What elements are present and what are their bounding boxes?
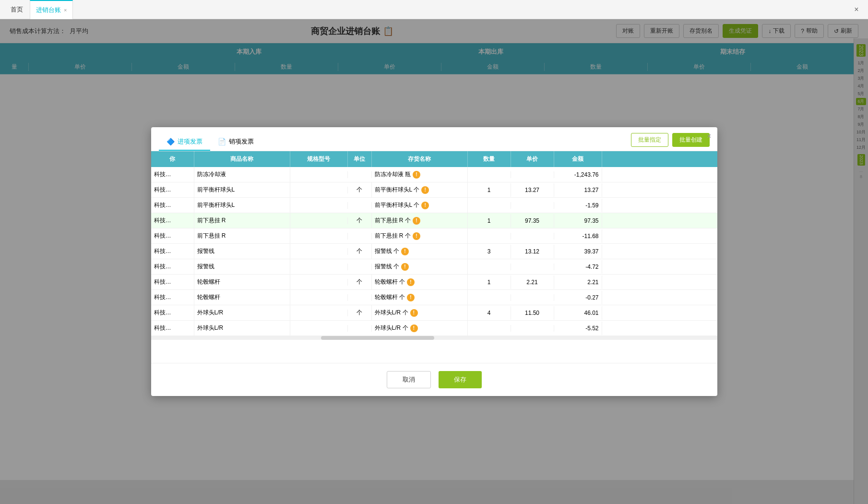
- td-amount: 13.27: [554, 183, 602, 197]
- td-price: [511, 202, 554, 209]
- tab-active-label: 进销台账: [36, 0, 61, 20]
- table-row: 科技… 防冻冷却液 防冻冷却液 瓶 ! -1,243.76: [151, 167, 717, 182]
- td-inventory: 轮毂螺杆 个 !: [372, 275, 468, 289]
- td-company: 科技…: [151, 305, 194, 320]
- tab-incoming-invoice[interactable]: 🔷 进项发票: [159, 133, 210, 151]
- td-inventory: 外球头L/R 个 !: [372, 321, 468, 336]
- warning-icon: !: [413, 217, 420, 225]
- td-spec: [290, 325, 348, 332]
- td-unit: [348, 264, 372, 270]
- td-price: 2.21: [511, 276, 554, 289]
- table-row: 科技… 轮毂螺杆 个 轮毂螺杆 个 ! 1 2.21 2.21: [151, 275, 717, 290]
- td-spec: [290, 279, 348, 286]
- warning-icon: !: [407, 294, 415, 301]
- td-product: 外球头L/R: [194, 321, 290, 336]
- warning-icon: !: [401, 248, 409, 255]
- td-unit: 个: [348, 213, 372, 228]
- td-unit: [348, 233, 372, 240]
- td-price: [511, 325, 554, 332]
- td-amount: -4.72: [554, 260, 602, 274]
- td-inventory: 防冻冷却液 瓶 !: [372, 167, 468, 182]
- batch-assign-button[interactable]: 批量指定: [631, 133, 668, 147]
- td-qty: [468, 325, 511, 332]
- th-col7: 单价: [511, 151, 554, 167]
- td-inventory: 前下悬挂 R 个 !: [372, 228, 468, 243]
- tab-home[interactable]: 首页: [4, 0, 30, 19]
- main-area: 销售成本计算方法： 月平均 商贸企业进销台账 📋 对账 重新开账 存货别名 生成…: [0, 19, 868, 504]
- warning-icon: !: [413, 171, 420, 179]
- tab-outgoing-invoice[interactable]: 📄 销项发票: [210, 133, 262, 151]
- td-product: 外球头L/R: [194, 305, 290, 320]
- th-col3: 规格型号: [290, 151, 348, 167]
- td-inventory: 轮毂螺杆 个 !: [372, 290, 468, 305]
- td-product: 前下悬挂 R: [194, 228, 290, 243]
- warning-icon: !: [401, 263, 409, 271]
- td-amount: -5.52: [554, 322, 602, 335]
- incoming-invoice-icon: 🔷: [166, 138, 175, 145]
- modal-table: 你 商品名称 规格型号 单位 存货名称 数量 单价 金额 科技… 防冻冷却液: [151, 151, 717, 363]
- td-spec: [290, 264, 348, 270]
- modal-close-button[interactable]: ×: [707, 132, 711, 141]
- warning-icon: !: [413, 232, 420, 240]
- incoming-invoice-label: 进项发票: [178, 137, 202, 146]
- td-company: 科技…: [151, 275, 194, 289]
- td-spec: [290, 187, 348, 193]
- td-price: [511, 294, 554, 301]
- modal-footer: 取消 保存: [151, 363, 717, 396]
- td-company: 科技…: [151, 321, 194, 336]
- td-product: 前平衡杆球头L: [194, 198, 290, 213]
- td-qty: [468, 202, 511, 209]
- td-product: 前平衡杆球头L: [194, 182, 290, 197]
- modal-header-actions: 批量指定 批量创建: [631, 133, 710, 151]
- cancel-button[interactable]: 取消: [387, 371, 431, 388]
- td-amount: -11.68: [554, 229, 602, 243]
- tab-active[interactable]: 进销台账 ×: [30, 0, 73, 19]
- td-company: 科技…: [151, 290, 194, 305]
- td-amount: 46.01: [554, 306, 602, 320]
- td-qty: [468, 171, 511, 178]
- td-company: 科技…: [151, 244, 194, 259]
- window-close-button[interactable]: ×: [849, 2, 864, 17]
- td-company: 科技…: [151, 213, 194, 228]
- td-inventory: 前平衡杆球头L 个 !: [372, 198, 468, 213]
- scrollbar-thumb[interactable]: [321, 336, 434, 340]
- td-qty: [468, 264, 511, 270]
- horizontal-scrollbar[interactable]: [151, 336, 717, 340]
- th-col8: 金额: [554, 151, 602, 167]
- modal-table-header: 你 商品名称 规格型号 单位 存货名称 数量 单价 金额: [151, 151, 717, 167]
- td-spec: [290, 171, 348, 178]
- td-product: 轮毂螺杆: [194, 290, 290, 305]
- td-amount: -0.27: [554, 291, 602, 304]
- td-company: 科技…: [151, 228, 194, 243]
- td-inventory: 外球头L/R 个 !: [372, 305, 468, 320]
- th-col4: 单位: [348, 151, 372, 167]
- td-spec: [290, 202, 348, 209]
- outgoing-invoice-icon: 📄: [218, 138, 226, 145]
- warning-icon: !: [410, 309, 418, 317]
- th-col2: 商品名称: [194, 151, 290, 167]
- td-unit: 个: [348, 275, 372, 289]
- td-product: 报警线: [194, 259, 290, 274]
- td-qty: 1: [468, 276, 511, 289]
- table-row: 科技… 外球头L/R 外球头L/R 个 ! -5.52: [151, 321, 717, 336]
- td-price: 11.50: [511, 306, 554, 320]
- table-row: 科技… 外球头L/R 个 外球头L/R 个 ! 4 11.50 46.01: [151, 305, 717, 321]
- td-product: 前下悬挂 R: [194, 213, 290, 228]
- td-qty: 1: [468, 183, 511, 197]
- batch-create-button[interactable]: 批量创建: [672, 133, 710, 147]
- td-unit: [348, 294, 372, 301]
- table-row: 科技… 轮毂螺杆 轮毂螺杆 个 ! -0.27: [151, 290, 717, 305]
- warning-icon: !: [421, 186, 429, 194]
- td-qty: [468, 294, 511, 301]
- tab-close-icon[interactable]: ×: [64, 0, 67, 20]
- td-spec: [290, 294, 348, 301]
- td-qty: 4: [468, 306, 511, 320]
- td-company: 科技…: [151, 182, 194, 197]
- th-col1: 你: [151, 151, 194, 167]
- modal-dialog: 🔷 进项发票 📄 销项发票 批量指定 批量创建 × 你 商品名称: [151, 127, 717, 396]
- save-button[interactable]: 保存: [439, 371, 482, 388]
- th-col6: 数量: [468, 151, 511, 167]
- td-amount: 39.37: [554, 245, 602, 258]
- modal-header: 🔷 进项发票 📄 销项发票 批量指定 批量创建 ×: [151, 127, 717, 151]
- td-qty: [468, 233, 511, 240]
